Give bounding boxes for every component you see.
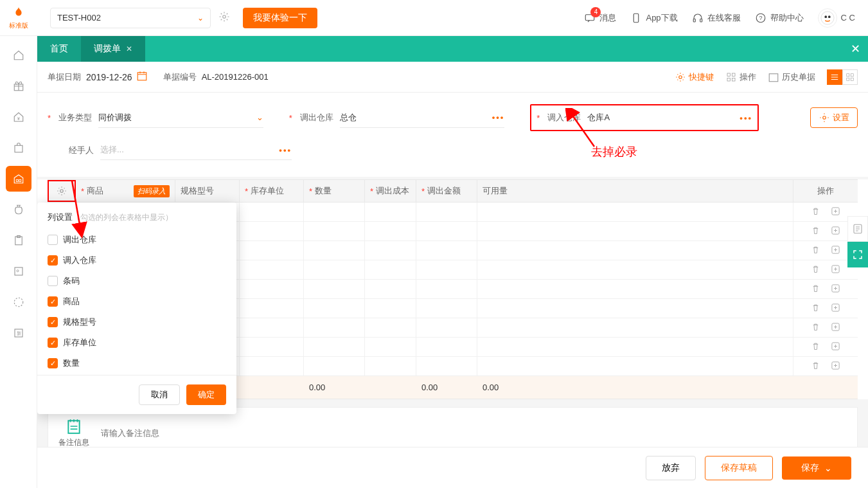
online-cs-link[interactable]: 在线客服 bbox=[692, 12, 741, 24]
try-button[interactable]: 我要体验一下 bbox=[243, 8, 317, 28]
view-grid[interactable] bbox=[842, 69, 858, 85]
cancel-button[interactable]: 取消 bbox=[139, 384, 180, 405]
checkbox[interactable]: ✓ bbox=[48, 317, 58, 327]
column-checkbox-list[interactable]: 调出仓库✓调入仓库条码✓商品✓规格型号✓库存单位✓数量单位2 bbox=[37, 230, 236, 371]
scan-entry-tag[interactable]: 扫码录入 bbox=[134, 185, 170, 197]
history-link[interactable]: 历史单据 bbox=[768, 71, 815, 83]
tenant-select[interactable]: TEST-H002 ⌄ bbox=[50, 8, 211, 28]
svg-rect-12 bbox=[15, 145, 22, 152]
delete-icon[interactable] bbox=[811, 303, 820, 314]
add-icon[interactable] bbox=[831, 322, 840, 334]
messages-link[interactable]: 4 消息 bbox=[584, 12, 616, 24]
checkbox[interactable]: ✓ bbox=[48, 338, 58, 348]
fullscreen-rail-button[interactable] bbox=[847, 242, 868, 267]
sidebar-bag[interactable] bbox=[6, 135, 31, 161]
column-checkbox-item[interactable]: 条码 bbox=[48, 271, 226, 291]
tenant-settings-icon[interactable] bbox=[218, 11, 230, 24]
date-value[interactable]: 2019-12-26 bbox=[86, 72, 132, 82]
sidebar-gift[interactable] bbox=[6, 73, 31, 99]
app-download-link[interactable]: App下载 bbox=[630, 12, 677, 24]
column-checkbox-item[interactable]: ✓库存单位 bbox=[48, 332, 226, 353]
svg-point-23 bbox=[679, 75, 682, 78]
checkbox[interactable] bbox=[48, 276, 58, 286]
svg-point-8 bbox=[824, 15, 827, 18]
sidebar-home[interactable] bbox=[6, 42, 31, 68]
add-icon[interactable] bbox=[831, 206, 840, 218]
svg-rect-27 bbox=[732, 78, 736, 81]
delete-icon[interactable] bbox=[811, 361, 820, 372]
notes-rail-button[interactable] bbox=[847, 216, 868, 242]
settings-button[interactable]: 设置 bbox=[810, 107, 858, 128]
checkbox[interactable]: ✓ bbox=[48, 296, 58, 307]
column-checkbox-item[interactable]: 调出仓库 bbox=[48, 230, 226, 250]
sidebar-contact[interactable] bbox=[6, 258, 31, 284]
svg-rect-26 bbox=[727, 78, 731, 81]
field-out-warehouse[interactable]: * 调出仓库 总仓••• bbox=[289, 108, 505, 128]
save-draft-button[interactable]: 保存草稿 bbox=[705, 456, 773, 480]
delete-icon[interactable] bbox=[811, 264, 820, 276]
calendar-icon bbox=[768, 71, 779, 83]
checkbox-label: 数量 bbox=[63, 357, 80, 369]
sidebar-more[interactable] bbox=[6, 289, 31, 315]
checkbox[interactable]: ✓ bbox=[48, 358, 58, 368]
save-button[interactable]: 保存⌄ bbox=[782, 456, 851, 480]
tab-home[interactable]: 首页 bbox=[37, 36, 81, 62]
sidebar-money-bag[interactable] bbox=[6, 197, 31, 222]
tenant-name: TEST-H002 bbox=[57, 13, 101, 23]
column-settings-button[interactable] bbox=[48, 180, 76, 202]
add-icon[interactable] bbox=[831, 245, 840, 257]
delete-icon[interactable] bbox=[811, 226, 820, 237]
field-biz-type[interactable]: * 业务类型 同价调拨⌄ bbox=[48, 108, 263, 128]
sidebar-house-money[interactable]: ¥ bbox=[6, 104, 31, 130]
more-icon[interactable]: ••• bbox=[492, 113, 505, 122]
sidebar-new[interactable]: 新 bbox=[6, 320, 31, 346]
ok-button[interactable]: 确定 bbox=[186, 384, 226, 405]
close-icon[interactable]: ✕ bbox=[126, 44, 132, 53]
delete-icon[interactable] bbox=[811, 206, 820, 218]
view-list[interactable] bbox=[827, 69, 842, 85]
delete-icon[interactable] bbox=[811, 322, 820, 334]
col-unit: *库存单位 bbox=[240, 180, 304, 202]
calendar-icon[interactable] bbox=[136, 70, 148, 84]
expand-icon bbox=[852, 249, 864, 260]
chevron-down-icon[interactable]: ⌄ bbox=[256, 113, 263, 122]
delete-icon[interactable] bbox=[811, 284, 820, 295]
add-icon[interactable] bbox=[831, 284, 840, 295]
delete-icon[interactable] bbox=[811, 245, 820, 257]
discard-button[interactable]: 放弃 bbox=[646, 456, 696, 480]
checkbox[interactable] bbox=[48, 235, 58, 245]
column-checkbox-item[interactable]: ✓调入仓库 bbox=[48, 250, 226, 271]
logo[interactable]: 标准版 bbox=[0, 6, 37, 30]
add-icon[interactable] bbox=[831, 264, 840, 276]
tab-transfer-order[interactable]: 调拨单 ✕ bbox=[81, 36, 145, 62]
column-checkbox-item[interactable]: ✓商品 bbox=[48, 291, 226, 312]
document-header: 单据日期 2019-12-26 单据编号 AL-20191226-001 快捷键… bbox=[37, 62, 868, 93]
more-icon[interactable]: ••• bbox=[740, 113, 752, 123]
field-handler[interactable]: 经手人 选择...••• bbox=[48, 140, 292, 160]
column-checkbox-item[interactable]: ✓规格型号 bbox=[48, 312, 226, 332]
sidebar-clipboard[interactable] bbox=[6, 228, 31, 253]
svg-rect-32 bbox=[851, 78, 853, 80]
more-icon[interactable]: ••• bbox=[279, 145, 292, 155]
user-menu[interactable]: C C bbox=[818, 8, 855, 28]
top-header: 标准版 TEST-H002 ⌄ 我要体验一下 4 消息 App下载 在线客服 bbox=[0, 0, 868, 36]
sidebar-warehouse[interactable] bbox=[6, 166, 31, 192]
delete-icon[interactable] bbox=[811, 341, 820, 353]
field-in-warehouse[interactable]: * 调入仓库 仓库A••• bbox=[530, 104, 759, 131]
edition-label: 标准版 bbox=[9, 21, 28, 30]
column-checkbox-item[interactable]: ✓数量 bbox=[48, 353, 226, 371]
add-icon[interactable] bbox=[831, 226, 840, 237]
docno-label: 单据编号 bbox=[163, 71, 197, 83]
add-icon[interactable] bbox=[831, 341, 840, 353]
question-icon: ? bbox=[755, 12, 766, 24]
add-icon[interactable] bbox=[831, 361, 840, 372]
operate-link[interactable]: 操作 bbox=[725, 71, 756, 83]
close-all-tabs[interactable]: ✕ bbox=[842, 36, 868, 62]
checkbox[interactable]: ✓ bbox=[48, 255, 58, 266]
shortcut-link[interactable]: 快捷键 bbox=[675, 71, 714, 83]
help-center-link[interactable]: ? 帮助中心 bbox=[755, 12, 804, 24]
chevron-down-icon: ⌄ bbox=[197, 14, 204, 23]
remarks-input[interactable] bbox=[101, 428, 847, 438]
svg-rect-29 bbox=[847, 73, 849, 76]
add-icon[interactable] bbox=[831, 303, 840, 314]
